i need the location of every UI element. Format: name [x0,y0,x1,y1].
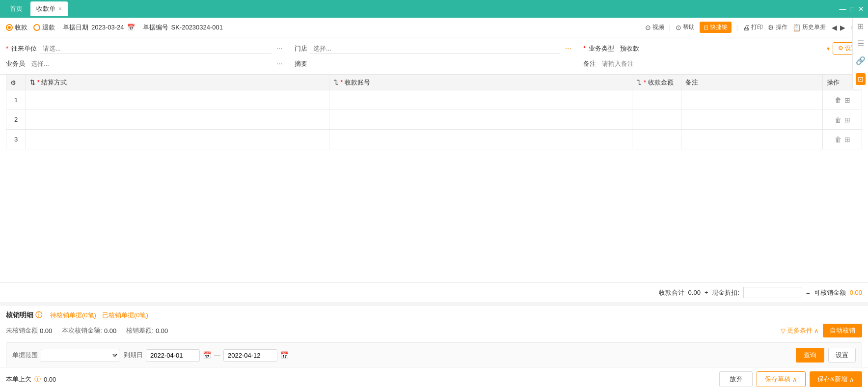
row-1-settlement[interactable] [26,90,329,110]
radio-receipt[interactable]: 收款 [6,23,27,32]
save-new-chevron: ∧ [849,376,854,383]
prev-label: 本单上欠 [6,375,31,384]
query-range-select[interactable] [41,349,119,362]
number-value: SK-20230324-001 [171,24,223,31]
shop-label: 门店 [295,44,307,53]
row-2-amount[interactable] [632,110,681,130]
discount-input[interactable] [743,287,802,298]
save-new-btn[interactable]: 保存&新增 ∧ [810,371,862,387]
row-3-copy-icon[interactable]: ⊞ [844,136,850,143]
biz-type-label: 业务类型 [589,44,614,53]
row-3-settlement[interactable] [26,130,329,149]
partner-more-icon[interactable]: ··· [274,44,285,53]
radio-receipt-label: 收款 [15,23,27,32]
current-stat: 本次核销金额: 0.00 [62,326,116,335]
row-3-delete-icon[interactable]: 🗑 [835,136,841,143]
prev-arrow[interactable]: ◀ [831,24,838,31]
sort-icon-account: ⇅ [333,79,339,86]
row-1-remark[interactable] [681,90,823,110]
tab-done[interactable]: 已核销单据(0笔) [102,311,148,320]
query-settings-btn[interactable]: 设置 [828,348,856,363]
biz-type-dropdown-icon[interactable]: ▾ [827,45,830,52]
auto-verify-btn[interactable]: 自动核销 [823,324,862,337]
row-2-copy-icon[interactable]: ⊞ [844,116,850,124]
row-3-amount[interactable] [632,130,681,149]
row-3-remark[interactable] [681,130,823,149]
data-table: ⚙ ⇅ * 结算方式 ⇅ * 收款账号 ⇅ * 收款 [6,75,862,149]
unverified-value: 0.00 [40,327,52,335]
query-form: 单据范围 ▾ 到期日 📅 — 📅 查询 设置 [6,342,862,368]
form-row-2: 业务员 ··· 摘要 备注 [6,58,862,69]
help-label: 帮助 [683,23,695,31]
remark-input[interactable] [599,58,862,69]
sidebar-icon-list[interactable]: ☰ [857,39,864,48]
diff-value: 0.00 [156,327,168,335]
summary-input[interactable] [310,58,573,69]
col-settlement-header: ⇅ * 结算方式 [26,75,329,90]
video-btn[interactable]: ⊙ 视频 [645,23,664,31]
row-2-num: 2 [6,110,26,130]
tab-close-icon[interactable]: × [58,5,62,12]
date-to-calendar-icon[interactable]: 📅 [280,351,289,359]
due-date-field: 到期日 📅 — 📅 [124,349,289,362]
history-icon: 📋 [792,24,801,31]
row-1-copy-icon[interactable]: ⊞ [844,96,850,104]
table-settings-icon[interactable]: ⚙ [10,79,16,86]
help-btn[interactable]: ⊙ 帮助 [676,23,695,31]
shop-more-icon[interactable]: ··· [563,44,573,53]
col-account-header: ⇅ * 收款账号 [329,75,632,90]
row-1-amount[interactable] [632,90,681,110]
row-3-num: 3 [6,130,26,149]
info-icon-footer[interactable]: ⓘ [34,375,41,384]
row-2-account[interactable] [329,110,632,130]
row-1-account[interactable] [329,90,632,110]
row-2-delete-icon[interactable]: 🗑 [835,116,841,124]
date-separator: — [214,352,220,359]
shortcut-btn[interactable]: ⊡ 快捷键 [700,22,732,33]
verify-info-icon[interactable]: ⓘ [35,311,42,320]
summary-label: 摘要 [295,59,307,68]
radio-receipt-dot [6,24,13,31]
restore-icon[interactable]: □ [850,5,854,13]
staff-input[interactable] [28,58,271,69]
diff-stat: 核销差额: 0.00 [126,326,168,335]
minimize-icon[interactable]: — [840,5,846,13]
staff-more-icon[interactable]: ··· [274,59,285,68]
row-3-account[interactable] [329,130,632,149]
history-btn[interactable]: 📋 历史单据 [792,23,826,31]
col-settings-header[interactable]: ⚙ [6,75,26,90]
video-icon: ⊙ [645,24,651,31]
row-2-remark[interactable] [681,110,823,130]
tab-active[interactable]: 收款单 × [30,1,68,16]
sidebar-icon-active[interactable]: ⊡ [856,73,866,85]
save-draft-chevron: ∧ [792,376,797,383]
table-row: 2 🗑 ⊞ [6,110,862,130]
save-draft-btn[interactable]: 保存草稿 ∧ [757,371,806,387]
tab-pending[interactable]: 待核销单据(0笔) [50,311,96,320]
sidebar-icon-link[interactable]: 🔗 [856,56,866,65]
due-date-to[interactable] [223,349,277,362]
radio-refund[interactable]: 退款 [33,23,55,32]
more-conditions-btn[interactable]: ▽ 更多条件 ∧ [781,326,819,335]
shop-input[interactable] [310,43,560,54]
row-2-settlement[interactable] [26,110,329,130]
equals-sign: = [806,289,810,296]
date-from-calendar-icon[interactable]: 📅 [203,351,211,359]
required-star-amount: * [644,79,646,86]
partner-input[interactable] [40,43,271,54]
close-window-icon[interactable]: ✕ [858,5,864,13]
sidebar-icon-table[interactable]: ⊞ [857,22,864,31]
tab-home[interactable]: 首页 [4,1,28,16]
verifiable-label: 可核销金额 [814,288,846,297]
number-field: 单据编号 SK-20230324-001 [143,23,223,32]
save-new-label: 保存&新增 [817,375,847,384]
abandon-btn[interactable]: 放弃 [719,371,753,387]
print-btn[interactable]: 🖨 打印 [743,23,763,31]
row-1-delete-icon[interactable]: 🗑 [835,96,841,104]
query-btn[interactable]: 查询 [796,348,824,363]
footer-right: 放弃 保存草稿 ∧ 保存&新增 ∧ [719,371,862,387]
calendar-icon[interactable]: 📅 [127,24,135,31]
due-date-from[interactable] [146,349,200,362]
next-arrow[interactable]: ▶ [839,24,846,31]
operation-btn[interactable]: ⚙ 操作 [768,23,787,31]
